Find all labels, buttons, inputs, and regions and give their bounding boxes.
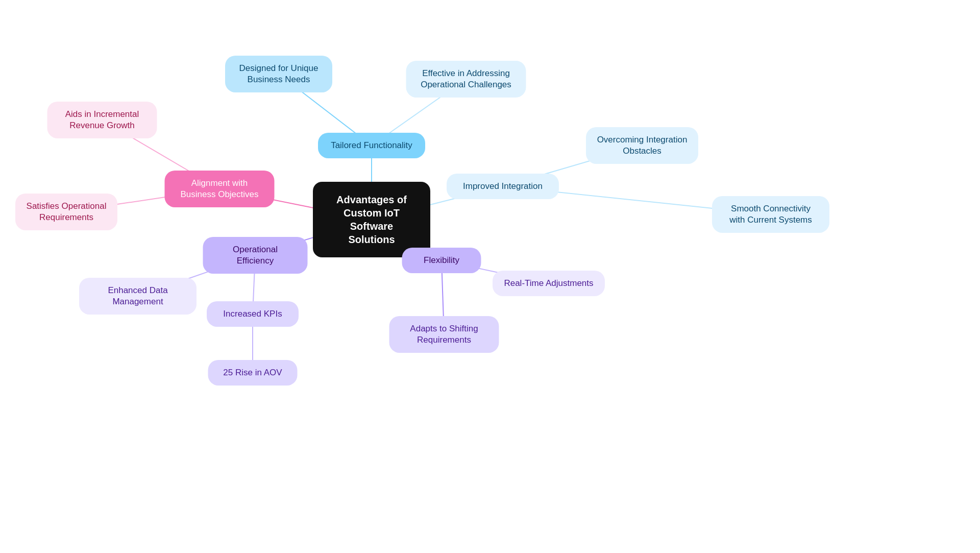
- node-center: Advantages of Custom IoT Software Soluti…: [313, 182, 430, 257]
- node-smooth_connectivity: Smooth Connectivity with Current Systems: [712, 196, 829, 233]
- node-designed: Designed for Unique Business Needs: [225, 56, 332, 92]
- node-enhanced_data: Enhanced Data Management: [79, 278, 197, 315]
- node-rise_aov: 25 Rise in AOV: [208, 360, 298, 386]
- node-satisfies: Satisfies Operational Requirements: [15, 194, 117, 230]
- node-increased_kpis: Increased KPIs: [207, 301, 299, 327]
- node-improved_integration: Improved Integration: [447, 174, 559, 199]
- node-alignment: Alignment with Business Objectives: [165, 171, 275, 207]
- node-adapts: Adapts to Shifting Requirements: [389, 316, 499, 353]
- node-effective: Effective in Addressing Operational Chal…: [406, 61, 526, 98]
- node-operational_efficiency: Operational Efficiency: [203, 237, 308, 274]
- mind-map: Advantages of Custom IoT Software Soluti…: [0, 0, 980, 553]
- node-real_time: Real-Time Adjustments: [493, 271, 605, 296]
- node-aids: Aids in Incremental Revenue Growth: [47, 102, 157, 138]
- node-tailored_functionality: Tailored Functionality: [318, 133, 425, 158]
- node-flexibility: Flexibility: [402, 248, 481, 273]
- node-overcoming: Overcoming Integration Obstacles: [586, 127, 698, 164]
